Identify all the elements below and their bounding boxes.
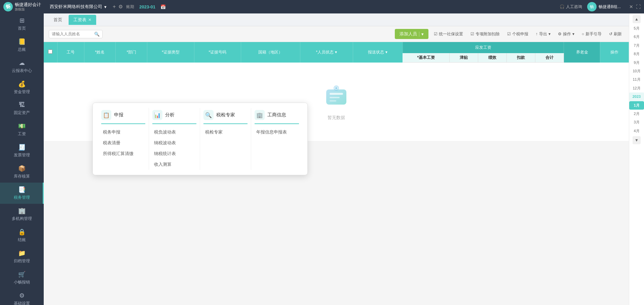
home-icon: ⊞	[20, 17, 25, 24]
col-check[interactable]	[44, 42, 57, 63]
sidebar-item-payroll[interactable]: 💵 工资	[0, 119, 44, 140]
calendar-month-3[interactable]: 3月	[629, 118, 644, 126]
col-action: 操作	[600, 42, 629, 63]
sub-col-subsidy: 津贴	[449, 53, 478, 63]
col-id-type: *证据类型	[147, 42, 194, 63]
calendar-month-12[interactable]: 12月	[629, 84, 644, 92]
col-pension: 养老金	[564, 42, 600, 63]
calendar-month-5[interactable]: 5月	[629, 24, 644, 33]
sidebar-item-invoice[interactable]: 🧾 发票管理	[0, 140, 44, 161]
sidebar-item-multi-org[interactable]: 🏢 多机构管理	[0, 204, 44, 225]
dropdown-item-tax-stats[interactable]: 纳税统计表	[152, 148, 196, 159]
analysis-icon: 📊	[152, 110, 162, 120]
sidebar-item-archive[interactable]: 📁 归档管理	[0, 246, 44, 267]
search-box[interactable]: 🔍	[49, 30, 103, 38]
col-report-status: 报送状态 ▾	[353, 42, 403, 63]
user-name[interactable]: 畅捷通B组...	[599, 4, 621, 10]
dropdown-col-tax-expert: 🔍 税检专家 税检专家	[200, 108, 251, 170]
special-deduction-button[interactable]: ☑ 专项附加扣除	[468, 30, 502, 38]
dropdown-header-declaration: 📋 申报	[101, 108, 145, 124]
sidebar-item-home[interactable]: ⊞ 首页	[0, 13, 44, 35]
dropdown-item-annual-report[interactable]: 年报信息申报表	[255, 127, 299, 138]
export-button[interactable]: ↑ 导出 ▾	[534, 30, 553, 38]
calendar-icon[interactable]: 📅	[160, 4, 166, 9]
social-insurance-button[interactable]: ☑ 统一社保设置	[432, 30, 465, 38]
refresh-button[interactable]: ↺ 刷新	[607, 30, 624, 38]
sidebar-label-home: 首页	[18, 26, 26, 31]
tab-home[interactable]: 首页	[49, 15, 67, 25]
sidebar-label-ledger: 总账	[18, 47, 26, 52]
dropdown-item-income-tax[interactable]: 所得税汇算清缴	[101, 148, 145, 159]
calendar-month-1[interactable]: 1月	[629, 101, 644, 110]
logo-icon: 畅	[3, 2, 13, 11]
sidebar-item-inventory[interactable]: 📦 库存核算	[0, 161, 44, 183]
special-deduction-icon: ☑	[470, 32, 474, 36]
closing-icon: 🔒	[18, 228, 26, 236]
col-dept: *部门	[116, 42, 147, 63]
tab-payroll[interactable]: 工资表 ✕	[69, 15, 96, 25]
dropdown-item-tax-declaration[interactable]: 税务申报	[101, 127, 145, 138]
dropdown-col-declaration: 📋 申报 税务申报 税表清册 所得税汇算清缴	[98, 108, 149, 170]
dropdown-grid: 📋 申报 税务申报 税表清册 所得税汇算清缴 📊 分析 税负波动表	[98, 108, 302, 170]
add-icon[interactable]: +	[113, 4, 116, 10]
tax-expert-title: 税检专家	[216, 112, 235, 118]
calendar-month-11[interactable]: 11月	[629, 75, 644, 84]
declaration-title: 申报	[114, 112, 123, 118]
dropdown-menu: 📋 申报 税务申报 税表清册 所得税汇算清缴 📊 分析 税负波动表	[92, 103, 308, 175]
dropdown-item-tax-burden[interactable]: 税负波动表	[152, 127, 196, 138]
sidebar-item-tax[interactable]: 📑 税务管理	[0, 183, 44, 204]
tax-icon: 📑	[18, 186, 26, 193]
sidebar-label-assets: 固定资产	[14, 110, 30, 116]
calendar-month-10[interactable]: 10月	[629, 67, 644, 75]
settings-icon[interactable]: ⚙	[118, 4, 123, 10]
sidebar-item-cloud-report[interactable]: ☁ 云报表中心	[0, 56, 44, 77]
calendar-down-arrow[interactable]: ▼	[633, 136, 641, 144]
service-icon: 🎧	[560, 4, 565, 9]
new-guide-button[interactable]: ○ 新手引导	[580, 30, 604, 38]
sidebar-item-fixed-assets[interactable]: 🏗 固定资产	[0, 98, 44, 119]
search-input[interactable]	[52, 32, 92, 36]
sidebar-item-basic-settings[interactable]: ⚙ 基础设置	[0, 289, 44, 305]
calendar-month-7[interactable]: 7月	[629, 41, 644, 50]
maximize-window-icon[interactable]: ⛶	[636, 4, 641, 9]
calendar-month-9[interactable]: 9月	[629, 59, 644, 67]
export-icon: ↑	[536, 32, 538, 36]
sidebar-label-tax: 税务管理	[14, 195, 30, 200]
close-window-icon[interactable]: ✕	[629, 4, 633, 9]
operations-button[interactable]: ⚙ 操作 ▾	[556, 30, 576, 38]
toolbar: 🔍 添加人员 ▾ ☑ 统一社保设置 ☑ 专项附加扣除 ☑ 个税申报	[44, 26, 629, 42]
org-icon: 🏢	[18, 207, 26, 215]
calendar-month-2[interactable]: 2月	[629, 110, 644, 118]
service-button[interactable]: 🎧 人工咨询	[560, 4, 582, 10]
logo-text: 畅捷通好会计 旗舰版	[15, 2, 41, 11]
sidebar-label-fund: 资金管理	[14, 89, 30, 95]
company-selector[interactable]: 西安虾米网络科技有限公司 ▾	[47, 2, 109, 11]
calendar-up-arrow[interactable]: ▲	[633, 15, 641, 23]
tabs-bar: 首页 工资表 ✕	[44, 13, 629, 26]
svg-rect-3	[330, 100, 336, 102]
sidebar-item-closing[interactable]: 🔒 结账	[0, 225, 44, 246]
tab-close-icon[interactable]: ✕	[88, 17, 91, 22]
dropdown-item-income-calc[interactable]: 收入测算	[152, 159, 196, 170]
individual-tax-icon: ☑	[507, 32, 511, 36]
dropdown-header-tax-expert: 🔍 税检专家	[203, 108, 248, 124]
dropdown-item-tax-payment[interactable]: 纳税波动表	[152, 138, 196, 148]
calendar-month-4[interactable]: 4月	[629, 127, 644, 135]
calendar-month-6[interactable]: 6月	[629, 33, 644, 41]
individual-tax-button[interactable]: ☑ 个税申报	[505, 30, 530, 38]
main-layout: ⊞ 首页 📒 总账 ☁ 云报表中心 💰 资金管理 🏗 固定资产 💵 工资 🧾 发…	[0, 13, 644, 305]
dropdown-item-tax-form[interactable]: 税表清册	[101, 138, 145, 148]
sub-col-base-salary: *基本工资	[403, 53, 449, 63]
period-value[interactable]: 2023-01	[139, 4, 155, 9]
sidebar-item-ledger[interactable]: 📒 总账	[0, 35, 44, 56]
select-all-checkbox[interactable]	[48, 49, 52, 54]
sidebar-item-mini-sales[interactable]: 🛒 小畅报销	[0, 267, 44, 289]
tab-payroll-label: 工资表	[73, 17, 86, 23]
calendar-month-8[interactable]: 8月	[629, 50, 644, 58]
user-avatar: 畅	[587, 2, 597, 11]
sidebar-label-inventory: 库存核算	[14, 174, 30, 179]
add-person-button[interactable]: 添加人员 ▾	[395, 29, 428, 39]
sidebar-item-fund[interactable]: 💰 资金管理	[0, 77, 44, 98]
cloud-icon: ☁	[19, 59, 25, 67]
dropdown-item-tax-expert[interactable]: 税检专家	[203, 127, 248, 138]
